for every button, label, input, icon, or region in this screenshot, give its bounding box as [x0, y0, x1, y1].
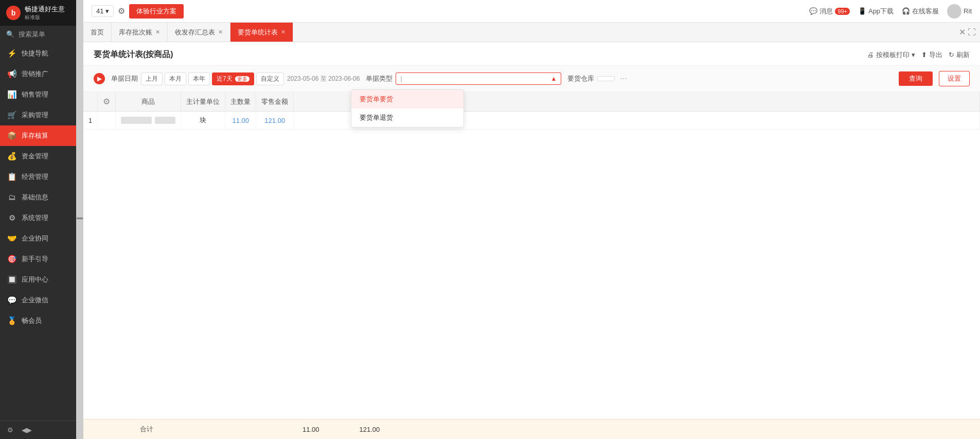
user-avatar-btn[interactable]: Rit: [947, 4, 972, 19]
cell-unit-0: 块: [181, 112, 225, 130]
topbar-settings-icon[interactable]: ⚙: [118, 6, 125, 16]
collapse-bottom-icon[interactable]: ◀▶: [22, 426, 32, 434]
main-area: 41 ▾ ⚙ 体验行业方案 💬 消息 99+ 📱 App下载 🎧 在线客服: [83, 0, 980, 439]
tabbar: 首页库存批次账✕收发存汇总表✕要货单统计表✕ ✕ ⛶: [83, 23, 980, 42]
guide-icon: 🎯: [7, 254, 16, 264]
warehouse-select[interactable]: [597, 76, 615, 81]
content-area: 要货单统计表(按商品) 🖨 按模板打印 ▾ ⬆ 导出 ↻ 刷新 ▶: [83, 42, 980, 439]
basic-icon: 🗂: [7, 193, 16, 202]
app-download-btn[interactable]: 📱 App下载: [858, 7, 894, 16]
date-btns: 上月 本月 本年 近7天 更多 自定义: [141, 72, 284, 85]
sidebar-item-guide[interactable]: 🎯新手引导: [0, 249, 76, 269]
topbar-left: 41 ▾ ⚙ 体验行业方案: [92, 4, 804, 19]
filter-settings-btn[interactable]: 设置: [939, 71, 970, 86]
topbar: 41 ▾ ⚙ 体验行业方案 💬 消息 99+ 📱 App下载 🎧 在线客服: [83, 0, 980, 23]
sidebar-item-shortcut[interactable]: ⚡快捷导航: [0, 43, 76, 64]
table-row: 1 块 11.00 121.00: [83, 112, 980, 130]
sidebar-item-operation[interactable]: 📋经营管理: [0, 167, 76, 187]
footer-total: 合计: [94, 425, 153, 434]
tab-close-batch[interactable]: ✕: [155, 29, 160, 35]
sidebar-label-inventory: 库存核算: [22, 131, 48, 140]
query-btn[interactable]: 查询: [899, 71, 933, 86]
sidebar-item-sales[interactable]: 📊销售管理: [0, 84, 76, 105]
online-service-btn[interactable]: 🎧 在线客服: [902, 7, 939, 16]
sidebar-label-basic: 基础信息: [22, 193, 48, 202]
sidebar-collapse-handle[interactable]: ▌: [76, 0, 83, 439]
shortcut-icon: ⚡: [7, 49, 16, 58]
table-body: 1 块 11.00 121.00: [83, 112, 980, 130]
print-btn[interactable]: 🖨 按模板打印 ▾: [867, 50, 915, 60]
page-actions: 🖨 按模板打印 ▾ ⬆ 导出 ↻ 刷新: [867, 50, 970, 60]
type-dropdown: 要货单要货 要货单退货: [351, 89, 464, 127]
expand-filter-btn[interactable]: ▶: [94, 73, 105, 84]
tabs-container: 首页库存批次账✕收发存汇总表✕要货单统计表✕: [83, 23, 293, 42]
col-product: 商品: [116, 92, 181, 112]
sidebar-nav: ⚡快捷导航📢营销推广📊销售管理🛒采购管理📦库存核算💰资金管理📋经营管理🗂基础信息…: [0, 43, 76, 420]
dropdown-item-1[interactable]: 要货单退货: [351, 108, 464, 127]
sidebar-label-appcenter: 应用中心: [22, 275, 48, 284]
sales-icon: 📊: [7, 90, 16, 99]
curr-month-btn[interactable]: 本月: [165, 72, 186, 85]
sidebar-item-basic[interactable]: 🗂基础信息: [0, 187, 76, 208]
sidebar-item-appcenter[interactable]: 🔲应用中心: [0, 269, 76, 290]
export-btn[interactable]: ⬆ 导出: [921, 50, 942, 60]
print-chevron-icon: ▾: [912, 51, 915, 59]
page-header: 要货单统计表(按商品) 🖨 按模板打印 ▾ ⬆ 导出 ↻ 刷新: [83, 42, 980, 66]
refresh-btn[interactable]: ↻ 刷新: [949, 50, 970, 60]
week7-btn[interactable]: 近7天 更多: [212, 72, 254, 85]
sidebar-item-wechat[interactable]: 💬企业微信: [0, 290, 76, 310]
sidebar-label-membership: 畅会员: [22, 316, 42, 325]
warehouse-label: 要货仓库: [567, 74, 594, 83]
data-table: ⚙ 商品 主计量单位 主数量 零售金额 1: [83, 92, 980, 130]
sidebar-item-inventory[interactable]: 📦库存核算: [0, 125, 76, 146]
topbar-right: 💬 消息 99+ 📱 App下载 🎧 在线客服 Rit: [809, 4, 972, 19]
settings-bottom-icon[interactable]: ⚙: [7, 426, 13, 434]
tab-order_stat[interactable]: 要货单统计表✕: [230, 23, 293, 42]
export-icon: ⬆: [921, 51, 927, 59]
tab-summary[interactable]: 收发存汇总表✕: [168, 23, 230, 42]
refresh-icon: ↻: [949, 51, 954, 59]
company-selector[interactable]: 41 ▾: [92, 5, 114, 17]
sidebar-item-membership[interactable]: 🏅畅会员: [0, 310, 76, 331]
tab-label-batch: 库存批次账: [119, 28, 152, 37]
tab-batch[interactable]: 库存批次账✕: [112, 23, 168, 42]
page-title: 要货单统计表(按商品): [94, 49, 173, 60]
tab-close-order_stat[interactable]: ✕: [281, 29, 286, 35]
sidebar-label-purchase: 采购管理: [22, 111, 48, 120]
warehouse-filter-group: 要货仓库 ···: [567, 74, 627, 83]
tab-close-summary[interactable]: ✕: [218, 29, 223, 35]
sidebar-item-marketing[interactable]: 📢营销推广: [0, 64, 76, 84]
prev-month-btn[interactable]: 上月: [141, 72, 163, 85]
custom-date-btn[interactable]: 自定义: [256, 72, 284, 85]
footer-qty: 11.00: [302, 426, 319, 433]
system-icon: ⚙: [7, 213, 16, 223]
sidebar-item-system[interactable]: ⚙系统管理: [0, 208, 76, 228]
sidebar-label-marketing: 营销推广: [22, 69, 48, 79]
message-btn[interactable]: 💬 消息 99+: [809, 7, 850, 16]
footer-amount: 121.00: [360, 426, 380, 433]
sidebar: b 畅捷通好生意 标准版 🔍 搜索菜单 ⚡快捷导航📢营销推广📊销售管理🛒采购管理…: [0, 0, 76, 439]
tab-fullscreen-icon[interactable]: ⛶: [968, 28, 976, 37]
footer-amount-cell: 121.00: [360, 426, 380, 433]
col-settings[interactable]: ⚙: [98, 92, 116, 112]
sidebar-search[interactable]: 🔍 搜索菜单: [0, 26, 76, 43]
warehouse-more-icon[interactable]: ···: [620, 74, 627, 83]
sidebar-item-purchase[interactable]: 🛒采购管理: [0, 105, 76, 125]
table-settings-icon[interactable]: ⚙: [103, 97, 110, 106]
tab-home[interactable]: 首页: [83, 23, 112, 42]
type-chevron-up-icon: ▲: [551, 75, 557, 82]
search-icon: 🔍: [6, 30, 14, 38]
cell-seq-0: 1: [83, 112, 98, 130]
enterprise-icon: 🤝: [7, 234, 16, 243]
sidebar-item-enterprise[interactable]: 🤝企业协同: [0, 228, 76, 249]
type-select[interactable]: | ▲: [396, 72, 561, 85]
curr-year-btn[interactable]: 本年: [188, 72, 210, 85]
dropdown-item-0[interactable]: 要货单要货: [351, 90, 464, 108]
tab-close-all-icon[interactable]: ✕: [959, 27, 966, 37]
marketing-icon: 📢: [7, 69, 16, 79]
logo-icon: b: [6, 6, 21, 20]
appcenter-icon: 🔲: [7, 275, 16, 284]
type-filter-label: 单据类型: [366, 74, 393, 83]
sidebar-item-finance[interactable]: 💰资金管理: [0, 146, 76, 167]
trial-btn[interactable]: 体验行业方案: [129, 4, 184, 19]
